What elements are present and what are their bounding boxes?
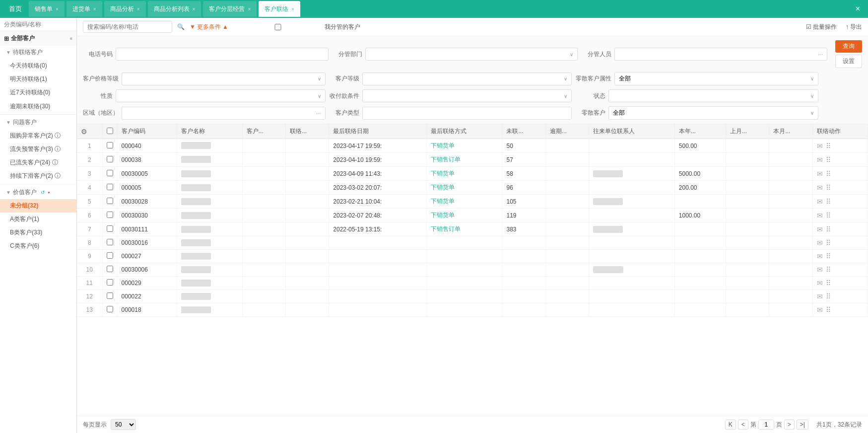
home-tab[interactable]: 首页 [4, 1, 27, 16]
row-checkbox[interactable] [107, 156, 113, 162]
message-icon[interactable]: ✉ [817, 212, 823, 219]
more-actions-icon[interactable]: ⠿ [826, 170, 831, 178]
settings-icon[interactable]: ⚙ [81, 128, 87, 136]
last-contact-method-cell[interactable] [427, 236, 502, 250]
last-contact-method-link[interactable]: 下销货单 [431, 142, 455, 149]
tab-customer-contact[interactable]: 客户联络 × [259, 1, 300, 17]
close-product-analysis-icon[interactable]: × [137, 6, 140, 12]
unclassified-group-item[interactable]: 未分组(32) [0, 199, 76, 213]
status-input[interactable]: ∨ [608, 89, 818, 102]
last-contact-method-cell[interactable]: 下销售订单 [427, 222, 502, 236]
last-contact-method-cell[interactable] [427, 263, 502, 277]
more-conditions-button[interactable]: ▼ 更多条件 ▲ [190, 23, 228, 31]
more-actions-icon[interactable]: ⠿ [826, 142, 831, 150]
message-icon[interactable]: ✉ [817, 225, 823, 233]
all-customers-header[interactable]: ⊞ 全部客户 « [0, 31, 76, 46]
more-actions-icon[interactable]: ⠿ [826, 239, 831, 247]
manager-input[interactable]: ··· [614, 48, 827, 61]
last-contact-method-link[interactable]: 下销售订单 [431, 156, 461, 163]
nature-input[interactable]: ∨ [116, 89, 326, 102]
row-checkbox[interactable] [107, 198, 113, 204]
row-checkbox-cell[interactable] [102, 277, 117, 290]
my-customers-checkbox[interactable] [233, 24, 323, 30]
row-checkbox-cell[interactable] [102, 139, 117, 153]
close-product-analysis-list-icon[interactable]: × [193, 6, 196, 12]
last-contact-method-link[interactable]: 下销货单 [431, 212, 455, 218]
last-contact-method-cell[interactable]: 下销货单 [427, 195, 502, 209]
last-contact-method-link[interactable]: 下销货单 [431, 170, 455, 177]
more-actions-icon[interactable]: ⠿ [826, 306, 831, 314]
more-actions-icon[interactable]: ⠿ [826, 198, 831, 206]
message-icon[interactable]: ✉ [817, 239, 823, 247]
tab-purchase-order[interactable]: 进货单 × [67, 1, 102, 17]
last-contact-method-cell[interactable] [427, 303, 502, 317]
row-checkbox[interactable] [107, 142, 113, 148]
row-checkbox[interactable] [107, 212, 113, 218]
phone-input[interactable] [116, 48, 329, 61]
prev-page-button[interactable]: < [738, 420, 748, 430]
close-customer-segmentation-icon[interactable]: × [248, 6, 251, 12]
message-icon[interactable]: ✉ [817, 142, 823, 150]
more-actions-icon[interactable]: ⠿ [826, 292, 831, 300]
last-contact-method-cell[interactable] [427, 250, 502, 263]
more-actions-icon[interactable]: ⠿ [826, 156, 831, 164]
value-customers-group[interactable]: ▼ 价值客户 ↺ ● [0, 186, 76, 199]
row-checkbox-cell[interactable] [102, 222, 117, 236]
row-checkbox[interactable] [107, 292, 113, 299]
close-all-button[interactable]: × [852, 2, 864, 15]
more-actions-icon[interactable]: ⠿ [826, 266, 831, 274]
more-actions-icon[interactable]: ⠿ [826, 252, 831, 260]
reset-button[interactable]: 设置 [835, 55, 862, 68]
sidebar-search-input[interactable] [4, 21, 77, 28]
more-actions-icon[interactable]: ⠿ [826, 212, 831, 219]
message-icon[interactable]: ✉ [817, 266, 823, 274]
close-customer-contact-icon[interactable]: × [291, 6, 294, 12]
my-customers-filter[interactable]: 我分管的客户 [233, 23, 360, 31]
tab-customer-segmentation[interactable]: 客户分层经营 × [203, 1, 257, 17]
price-level-input[interactable]: ∨ [122, 72, 326, 85]
col-select-all[interactable] [102, 124, 117, 139]
message-icon[interactable]: ✉ [817, 184, 823, 192]
row-checkbox[interactable] [107, 239, 113, 245]
row-checkbox[interactable] [107, 170, 113, 176]
more-actions-icon[interactable]: ⠿ [826, 279, 831, 287]
row-checkbox-cell[interactable] [102, 250, 117, 263]
message-icon[interactable]: ✉ [817, 252, 823, 260]
search-button[interactable]: 🔍 [177, 23, 185, 30]
declining-customers-item[interactable]: 持续下滑客户(2) ⓘ [0, 169, 76, 183]
pending-contact-group[interactable]: ▼ 待联络客户 [0, 46, 76, 59]
row-checkbox-cell[interactable] [102, 263, 117, 277]
row-checkbox[interactable] [107, 225, 113, 232]
row-checkbox-cell[interactable] [102, 303, 117, 317]
row-checkbox[interactable] [107, 184, 113, 190]
last-contact-method-cell[interactable]: 下销货单 [427, 209, 502, 222]
first-page-button[interactable]: K [725, 420, 736, 430]
row-checkbox-cell[interactable] [102, 181, 117, 195]
search-button[interactable]: 查询 [835, 40, 862, 53]
refresh-icon[interactable]: ↺ [41, 190, 45, 195]
row-checkbox-cell[interactable] [102, 153, 117, 167]
region-input[interactable]: ··· [122, 107, 326, 120]
last-contact-method-cell[interactable] [427, 290, 502, 303]
last-contact-method-link[interactable]: 下销货单 [431, 198, 455, 205]
abnormal-purchase-item[interactable]: 囤购异常客户(2) ⓘ [0, 129, 76, 143]
last-contact-method-cell[interactable]: 下销货单 [427, 181, 502, 195]
message-icon[interactable]: ✉ [817, 170, 823, 178]
class-c-item[interactable]: C类客户(6) [0, 239, 76, 253]
last-contact-method-link[interactable]: 下销货单 [431, 184, 455, 191]
next-page-button[interactable]: > [784, 420, 795, 430]
row-checkbox[interactable] [107, 252, 113, 259]
tomorrow-pending-item[interactable]: 明天待联络(1) [0, 72, 76, 86]
message-icon[interactable]: ✉ [817, 292, 823, 300]
more-actions-icon[interactable]: ⠿ [826, 184, 831, 192]
row-checkbox-cell[interactable] [102, 209, 117, 222]
search-input[interactable] [83, 21, 172, 33]
last-page-button[interactable]: >| [797, 420, 808, 430]
payment-input[interactable]: ∨ [362, 89, 572, 102]
page-input[interactable] [758, 420, 774, 430]
select-all-checkbox[interactable] [107, 128, 113, 134]
churn-warning-item[interactable]: 流失预警客户(3) ⓘ [0, 143, 76, 156]
today-pending-item[interactable]: 今天待联络(0) [0, 59, 76, 72]
message-icon[interactable]: ✉ [817, 156, 823, 164]
row-checkbox[interactable] [107, 266, 113, 272]
